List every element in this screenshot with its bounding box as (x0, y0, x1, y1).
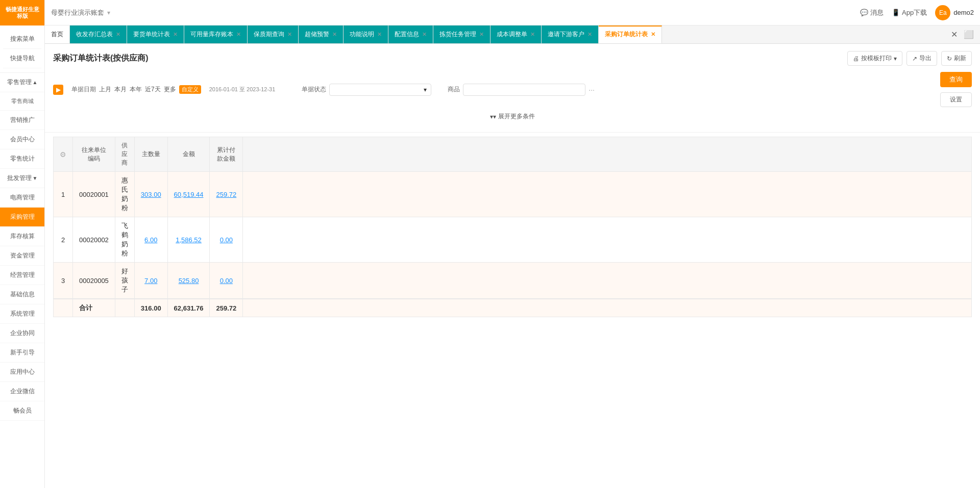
sidebar-item-system[interactable]: 系统管理 (0, 304, 44, 324)
col-amount: 金额 (167, 137, 210, 172)
date-this-month[interactable]: 本月 (114, 85, 127, 94)
row-num: 3 (54, 263, 73, 299)
app-download-button[interactable]: 📱 App下载 (892, 8, 927, 17)
tab-peizhi[interactable]: 配置信息 ✕ (388, 25, 433, 44)
sidebar-item-basic[interactable]: 基础信息 (0, 285, 44, 304)
print-button[interactable]: 🖨 按模板打印 ▾ (847, 51, 902, 66)
table-header-row: ⚙ 往来单位编码 供应商 主数量 金额 累计付款金额 (54, 137, 972, 172)
sidebar-item-vip[interactable]: 畅会员 (0, 401, 44, 421)
row-paid[interactable]: 259.72 (210, 172, 243, 217)
tab-close-keyongliang[interactable]: ✕ (236, 31, 241, 38)
table-row: 2 00020002 飞鹤奶粉 6.00 1,586.52 0.00 (54, 217, 972, 263)
goods-filter: 商品 ··· (448, 84, 595, 96)
page-content: 采购订单统计表(按供应商) 🖨 按模板打印 ▾ ↗ 导出 ↻ 刷新 (45, 44, 980, 488)
table-area: ⚙ 往来单位编码 供应商 主数量 金额 累计付款金额 1 00020001 惠氏… (45, 137, 980, 325)
sidebar-item-retail[interactable]: 零售管理 ▲ (0, 73, 44, 92)
goods-input[interactable] (463, 84, 585, 96)
tab-caigou[interactable]: 采购订单统计表 ✕ (599, 25, 662, 44)
sidebar-item-search[interactable]: 搜索菜单 (3, 30, 41, 49)
col-settings[interactable]: ⚙ (54, 137, 73, 172)
row-amount[interactable]: 1,586.52 (167, 217, 210, 263)
sidebar-item-wholesale[interactable]: 批发管理 ▼ (0, 169, 44, 188)
date-last-month[interactable]: 上月 (99, 85, 111, 94)
date-more[interactable]: 更多 (164, 85, 176, 94)
tab-chengben[interactable]: 成本调整单 ✕ (491, 25, 542, 44)
sidebar-item-member[interactable]: 会员中心 (0, 130, 44, 149)
row-extra (243, 263, 972, 299)
sidebar-item-quick[interactable]: 快捷导航 (3, 49, 41, 68)
user-profile[interactable]: Ea demo2 (935, 5, 974, 20)
col-paid: 累计付款金额 (210, 137, 243, 172)
tabbar-close-btn[interactable]: ✕ (949, 29, 960, 40)
wholesale-expand-icon: ▼ (33, 175, 38, 181)
query-button[interactable]: 查询 (940, 72, 972, 87)
sidebar-item-corpwechat[interactable]: 企业微信 (0, 382, 44, 401)
row-qty[interactable]: 7.00 (134, 263, 167, 299)
row-qty[interactable]: 6.00 (134, 217, 167, 263)
row-qty[interactable]: 303.00 (134, 172, 167, 217)
date-this-year[interactable]: 本年 (130, 85, 142, 94)
tab-close-chaochuyu[interactable]: ✕ (332, 31, 337, 38)
tab-baozhi[interactable]: 保质期查询 ✕ (248, 25, 299, 44)
tab-yaoqing[interactable]: 邀请下游客户 ✕ (542, 25, 599, 44)
date-custom-badge[interactable]: 自定义 (179, 85, 201, 94)
tab-yaohuo[interactable]: 要货单统计表 ✕ (127, 25, 184, 44)
tab-shoufa[interactable]: 收发存汇总表 ✕ (70, 25, 127, 44)
sidebar-item-retail-shop[interactable]: 零售商城 (0, 92, 44, 111)
row-amount[interactable]: 60,519.44 (167, 172, 210, 217)
print-dropdown-icon: ▾ (894, 55, 897, 62)
sidebar-item-marketing[interactable]: 营销推广 (0, 111, 44, 130)
tab-close-shoufa[interactable]: ✕ (116, 31, 120, 38)
sidebar-item-appcenter[interactable]: 应用中心 (0, 363, 44, 382)
goods-more-icon[interactable]: ··· (589, 86, 595, 94)
date-range-container: 2016-01-01 至 2023-12-31 (209, 86, 276, 93)
tab-close-chengben[interactable]: ✕ (530, 31, 535, 38)
sidebar-item-operations[interactable]: 经营管理 (0, 266, 44, 285)
status-select[interactable]: ▾ (329, 84, 431, 96)
date-links: 上月 本月 本年 近7天 更多 自定义 (99, 85, 201, 94)
status-label: 单据状态 (302, 85, 326, 94)
date-7days[interactable]: 近7天 (145, 85, 161, 94)
export-button[interactable]: ↗ 导出 (906, 51, 937, 66)
topbar-right: 💬 消息 📱 App下载 Ea demo2 (860, 5, 974, 20)
footer-label: 合计 (73, 299, 115, 317)
tab-gongneng[interactable]: 功能说明 ✕ (344, 25, 388, 44)
tab-chaochuyu[interactable]: 超储预警 ✕ (299, 25, 344, 44)
sidebar-item-enterprise[interactable]: 企业协同 (0, 324, 44, 343)
tab-close-yaoqing[interactable]: ✕ (587, 31, 592, 38)
tab-close-yaohuo[interactable]: ✕ (173, 31, 178, 38)
row-extra (243, 172, 972, 217)
row-paid[interactable]: 0.00 (210, 217, 243, 263)
tab-zhihuo[interactable]: 拣货任务管理 ✕ (433, 25, 491, 44)
sidebar-item-ecommerce[interactable]: 电商管理 (0, 188, 44, 208)
date-filter: 单据日期 上月 本月 本年 近7天 更多 自定义 (71, 85, 201, 94)
sidebar-item-purchase[interactable]: 采购管理 (0, 208, 44, 227)
tabbar: 首页 收发存汇总表 ✕ 要货单统计表 ✕ 可用量库存账本 ✕ 保质期查询 ✕ 超… (45, 25, 980, 44)
tab-close-gongneng[interactable]: ✕ (377, 31, 382, 38)
row-amount[interactable]: 525.80 (167, 263, 210, 299)
table-footer-row: 合计 316.00 62,631.76 259.72 (54, 299, 972, 317)
sidebar-item-retail-stat[interactable]: 零售统计 (0, 149, 44, 169)
export-icon: ↗ (912, 55, 917, 62)
expand-more-button[interactable]: ▾▾ 展开更多条件 (490, 109, 535, 124)
sidebar-item-finance[interactable]: 资金管理 (0, 246, 44, 266)
tab-home[interactable]: 首页 (45, 25, 70, 44)
row-paid[interactable]: 0.00 (210, 263, 243, 299)
sidebar-item-newbie[interactable]: 新手引导 (0, 343, 44, 363)
tab-close-baozhi[interactable]: ✕ (287, 31, 292, 38)
sidebar-item-inventory[interactable]: 库存核算 (0, 227, 44, 246)
refresh-button[interactable]: ↻ 刷新 (941, 51, 972, 66)
tab-close-caigou[interactable]: ✕ (651, 31, 655, 38)
refresh-icon: ↻ (947, 55, 952, 62)
tabbar-expand-btn[interactable]: ⬜ (962, 29, 976, 40)
tab-close-peizhi[interactable]: ✕ (422, 31, 427, 38)
col-supplier: 供应商 (115, 137, 134, 172)
column-settings-icon[interactable]: ⚙ (60, 150, 66, 159)
settings-button[interactable]: 设置 (940, 92, 972, 107)
footer-empty1 (54, 299, 73, 317)
tab-close-zhihuo[interactable]: ✕ (479, 31, 484, 38)
filter-toggle[interactable]: ▶ (53, 85, 63, 95)
row-code: 00020002 (73, 217, 115, 263)
tab-keyongliang[interactable]: 可用量库存账本 ✕ (184, 25, 248, 44)
message-button[interactable]: 💬 消息 (860, 8, 884, 17)
